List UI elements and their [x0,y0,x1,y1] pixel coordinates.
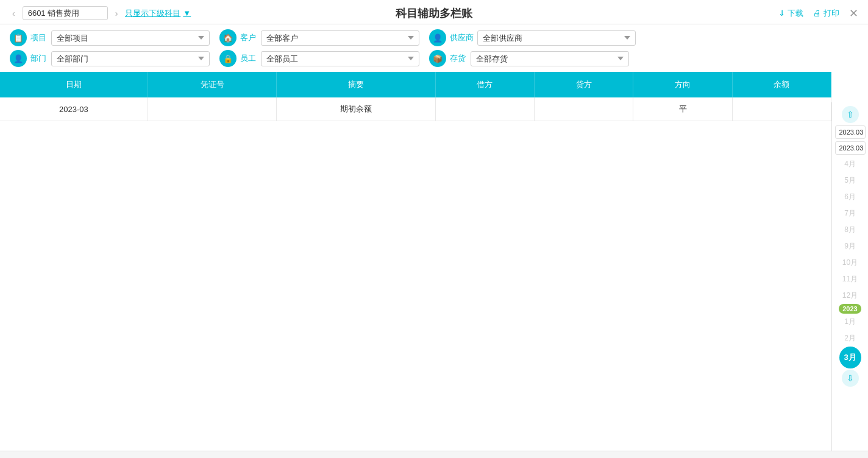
table-container: 日期 凭证号 摘要 借方 贷方 方向 余额 2023-03 期初余额 [0,72,831,451]
cell-voucher [148,97,276,121]
show-sub-label: 只显示下级科目 [125,8,180,19]
period-7[interactable]: 7月 [834,205,866,222]
table-header-row: 日期 凭证号 摘要 借方 贷方 方向 余额 [0,72,831,97]
filter-customer: 🏠 客户 全部客户 [219,29,419,46]
print-button[interactable]: 🖨 打印 [813,8,839,19]
period-selected-top[interactable]: 2023.03 [835,125,866,139]
title-bar-right: ⇓ 下载 🖨 打印 ✕ [778,7,858,20]
data-table: 日期 凭证号 摘要 借方 贷方 方向 余额 2023-03 期初余额 [0,72,831,121]
filter-row-1: 📋 项目 全部项目 🏠 客户 全部客户 👤 供应商 全部供应商 [10,29,858,46]
title-bar-left: ‹ › 只显示下级科目 ▼ [10,6,191,20]
supplier-icon: 👤 [429,29,446,46]
col-balance: 余额 [732,72,831,97]
year-badge-2023[interactable]: 2023 [839,304,861,314]
print-icon: 🖨 [813,9,821,18]
filter-inventory: 📦 存货 全部存货 [429,50,629,67]
filter-row-2: 👤 部门 全部部门 🔒 员工 全部员工 📦 存货 全部存货 [10,50,858,67]
period-9[interactable]: 9月 [834,238,866,255]
col-debit: 借方 [435,72,534,97]
table-row: 2023-03 期初余额 平 [0,97,831,121]
employee-select[interactable]: 全部员工 [261,51,419,66]
horizontal-scrollbar[interactable] [0,451,868,458]
cell-balance [732,97,831,121]
main-window: ‹ › 只显示下级科目 ▼ 科目辅助多栏账 ⇓ 下载 🖨 打印 ✕ 📋 [0,0,868,458]
period-up-btn[interactable]: ⇧ [842,106,859,123]
filter-employee: 🔒 员工 全部员工 [219,50,419,67]
period-3-active[interactable]: 3月 [839,347,861,368]
next-account-btn[interactable]: › [113,7,121,19]
col-credit: 贷方 [535,72,633,97]
show-sub-button[interactable]: 只显示下级科目 ▼ [125,8,191,19]
period-1[interactable]: 1月 [834,314,866,330]
period-11[interactable]: 11月 [834,271,866,287]
col-direction: 方向 [633,72,732,97]
department-icon: 👤 [10,50,27,67]
supplier-label: 供应商 [450,32,474,43]
supplier-select[interactable]: 全部供应商 [477,30,636,46]
period-8[interactable]: 8月 [834,222,866,238]
title-bar: ‹ › 只显示下级科目 ▼ 科目辅助多栏账 ⇓ 下载 🖨 打印 ✕ [0,0,868,24]
inventory-select[interactable]: 全部存货 [471,51,629,66]
cell-direction: 平 [633,97,732,121]
department-select[interactable]: 全部部门 [51,51,210,66]
account-code-input[interactable] [23,6,108,20]
filter-supplier: 👤 供应商 全部供应商 [429,29,636,46]
period-4[interactable]: 4月 [834,156,866,172]
filter-project: 📋 项目 全部项目 [10,29,210,46]
download-icon: ⇓ [778,9,785,18]
employee-label: 员工 [240,53,257,64]
col-voucher: 凭证号 [148,72,276,97]
download-button[interactable]: ⇓ 下载 [778,8,803,19]
department-label: 部门 [30,53,48,64]
customer-label: 客户 [240,32,257,43]
customer-icon: 🏠 [219,29,237,46]
filter-section: 📋 项目 全部项目 🏠 客户 全部客户 👤 供应商 全部供应商 [0,24,868,72]
right-panel: ⇧ 2023.03 2023.03 4月 5月 6月 7月 8月 9月 10月 … [831,102,868,451]
project-select[interactable]: 全部项目 [51,30,210,46]
period-selected-bottom[interactable]: 2023.03 [835,141,866,155]
cell-date: 2023-03 [0,97,148,121]
period-2[interactable]: 2月 [834,330,866,347]
period-12[interactable]: 12月 [834,287,866,304]
prev-account-btn[interactable]: ‹ [10,7,18,19]
period-5[interactable]: 5月 [834,172,866,189]
page-title: 科目辅助多栏账 [396,6,472,21]
cell-summary: 期初余额 [277,97,435,121]
period-down-btn[interactable]: ⇩ [842,370,859,387]
cell-debit [435,97,534,121]
project-label: 项目 [30,32,48,43]
chevron-down-icon: ▼ [183,9,191,18]
project-icon: 📋 [10,29,27,46]
customer-select[interactable]: 全部客户 [261,30,419,46]
col-summary: 摘要 [277,72,435,97]
period-10[interactable]: 10月 [834,255,866,271]
inventory-icon: 📦 [429,50,446,67]
filter-department: 👤 部门 全部部门 [10,50,210,67]
inventory-label: 存货 [450,53,467,64]
period-6[interactable]: 6月 [834,189,866,205]
employee-icon: 🔒 [219,50,237,67]
col-date: 日期 [0,72,148,97]
close-button[interactable]: ✕ [849,7,858,20]
cell-credit [535,97,633,121]
